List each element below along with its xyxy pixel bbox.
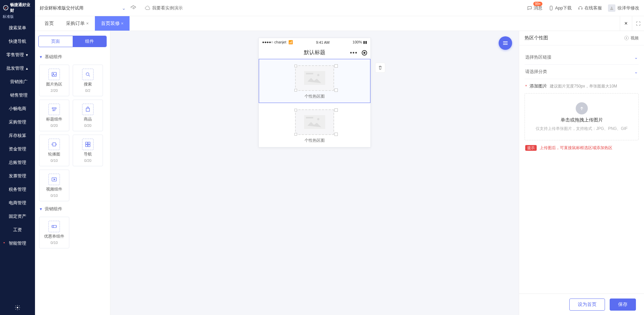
component-tile-video[interactable]: 视频组件0/10 — [39, 170, 69, 201]
headset-icon — [578, 5, 583, 11]
sidebar-item-0[interactable]: 搜索菜单 — [0, 21, 35, 35]
target-icon[interactable] — [362, 50, 367, 56]
sidebar-item-8[interactable]: 库存核算 — [0, 129, 35, 142]
search-icon — [82, 69, 94, 80]
sidebar-item-15[interactable]: 工资 — [0, 223, 35, 237]
picture-icon — [301, 71, 328, 85]
sidebar-item-6[interactable]: 小畅电商 — [0, 102, 35, 115]
layers-fab[interactable] — [499, 36, 512, 50]
component-panel: 页面 组件 ▼基础组件图片热区2/20搜索0/2标题组件0/20商品0/20轮播… — [35, 31, 110, 315]
phone-statusbar: ●●●●○ chanjet 📶 9:41 AM 100% ▮▮ — [259, 38, 370, 46]
fullscreen-icon[interactable] — [632, 16, 644, 31]
more-icon[interactable]: ••• — [350, 50, 358, 56]
sidebar-item-4[interactable]: 营销推广 — [0, 75, 35, 89]
hotzone-block-1[interactable]: 个性热区图 — [259, 59, 370, 103]
user-menu[interactable]: 徐泽华修改 — [608, 4, 639, 12]
trash-icon — [378, 65, 383, 70]
select-category-field[interactable]: 请选择分类 ⌄ — [525, 65, 639, 79]
seg-page[interactable]: 页面 — [39, 36, 73, 47]
user-name: 徐泽华修改 — [617, 5, 639, 11]
chat-icon — [527, 5, 532, 11]
phone-icon — [548, 5, 554, 11]
sidebar-item-1[interactable]: 快捷导航 — [0, 35, 35, 48]
tab-1[interactable]: 采购订单× — [60, 16, 95, 31]
phone-battery: 100% ▮▮ — [353, 40, 367, 44]
component-tile-title[interactable]: 标题组件0/20 — [39, 100, 69, 131]
tab-close-2[interactable]: × — [121, 21, 124, 26]
video-icon — [48, 174, 60, 185]
image-icon — [48, 69, 60, 80]
component-tile-goods[interactable]: 商品0/20 — [73, 100, 103, 131]
select-link-field[interactable]: 选择热区链接 ⌄ — [525, 50, 639, 65]
brand-name: 畅捷通好业财 — [10, 2, 32, 13]
component-tile-carousel[interactable]: 轮播图0/10 — [39, 135, 69, 166]
comp-title: 商品 — [84, 116, 92, 122]
topbar: 好业财标准版交付试用 ⌄ 我要看实例演示 99+ 消息 App下载 — [35, 0, 644, 16]
coupon-icon — [48, 221, 60, 232]
tab-close-1[interactable]: × — [86, 21, 89, 26]
app-download-button[interactable]: App下载 — [548, 5, 572, 11]
brand-edition: 标准版 — [0, 14, 35, 21]
sidebar-item-2[interactable]: 零售管理▼ — [0, 48, 35, 62]
tabs: 首页采购订单×首页装修× ✕ — [35, 16, 644, 31]
hotzone-label: 个性热区图 — [305, 138, 325, 143]
settings-icon[interactable] — [131, 5, 137, 11]
sidebar-item-13[interactable]: 电商管理 — [0, 196, 35, 210]
comp-count: 0/10 — [50, 194, 58, 198]
video-help-link[interactable]: 视频 — [624, 35, 639, 41]
seg-component[interactable]: 组件 — [73, 36, 107, 47]
svg-rect-16 — [52, 225, 56, 228]
tip-row: 提示 上传图后，可直接鼠标框选区域添加热区 — [525, 144, 639, 152]
select-category-label: 请选择分类 — [525, 69, 547, 75]
sidebar-item-3[interactable]: 批发管理▲ — [0, 62, 35, 75]
user-avatar-icon — [608, 4, 615, 12]
panel-segment: 页面 组件 — [38, 36, 107, 47]
svg-rect-10 — [53, 143, 56, 146]
comp-title: 图片热区 — [46, 81, 62, 87]
phone-title: 默认标题 — [304, 49, 325, 56]
component-tile-coupon[interactable]: 优惠券组件0/10 — [39, 217, 69, 248]
sidebar-item-16[interactable]: 智能管理 — [0, 237, 35, 250]
comp-title: 优惠券组件 — [44, 234, 64, 239]
chevron-down-icon: ⌄ — [634, 69, 638, 74]
section-header-0[interactable]: ▼基础组件 — [38, 52, 107, 62]
component-tile-image[interactable]: 图片热区2/20 — [39, 65, 69, 96]
hotzone-label: 个性热区图 — [305, 94, 325, 99]
sidebar-item-7[interactable]: 采购管理 — [0, 115, 35, 129]
sidebar-item-5[interactable]: 销售管理 — [0, 89, 35, 102]
section-header-1[interactable]: ▼营销组件 — [38, 204, 107, 214]
comp-count: 0/10 — [50, 241, 58, 245]
tab-close-icon[interactable]: ✕ — [620, 16, 632, 31]
component-tile-search[interactable]: 搜索0/2 — [73, 65, 103, 96]
support-button[interactable]: 在线客服 — [578, 5, 602, 11]
svg-point-4 — [611, 7, 612, 8]
sidebar: 畅捷通好业财 标准版 搜索菜单快捷导航零售管理▼批发管理▲营销推广销售管理小畅电… — [0, 0, 35, 315]
tab-2[interactable]: 首页装修× — [95, 16, 130, 31]
sidebar-item-9[interactable]: 资金管理 — [0, 142, 35, 156]
goods-icon — [82, 104, 94, 115]
upload-icon — [576, 102, 588, 114]
sidebar-item-10[interactable]: 总账管理 — [0, 156, 35, 169]
sidebar-settings[interactable] — [0, 301, 35, 315]
svg-point-7 — [86, 73, 89, 75]
hotzone-block-2[interactable]: 个性热区图 — [259, 103, 370, 147]
component-tile-nav[interactable]: 导航0/20 — [73, 135, 103, 166]
upload-dropzone[interactable]: 单击或拖拽上传图片 仅支持上传单张图片，支持格式：JPG、PNG、GIF — [525, 93, 639, 140]
required-marker: * — [525, 84, 527, 89]
comp-count: 0/20 — [50, 124, 58, 128]
svg-point-19 — [317, 74, 319, 76]
sidebar-item-11[interactable]: 发票管理 — [0, 169, 35, 183]
sidebar-item-14[interactable]: 固定资产 — [0, 210, 35, 223]
app-download-label: App下载 — [555, 5, 572, 11]
sidebar-item-12[interactable]: 税务管理 — [0, 183, 35, 196]
tab-0[interactable]: 首页 — [38, 16, 60, 31]
delete-block-button[interactable] — [375, 63, 385, 73]
svg-rect-14 — [88, 144, 90, 146]
app-switch-chevron[interactable]: ⌄ — [122, 5, 126, 11]
svg-rect-12 — [88, 142, 90, 144]
svg-rect-13 — [85, 144, 87, 146]
messages-button[interactable]: 99+ 消息 — [527, 5, 542, 11]
set-home-button[interactable]: 设为首页 — [569, 299, 605, 311]
demo-link[interactable]: 我要看实例演示 — [145, 5, 183, 11]
save-button[interactable]: 保存 — [610, 299, 636, 311]
